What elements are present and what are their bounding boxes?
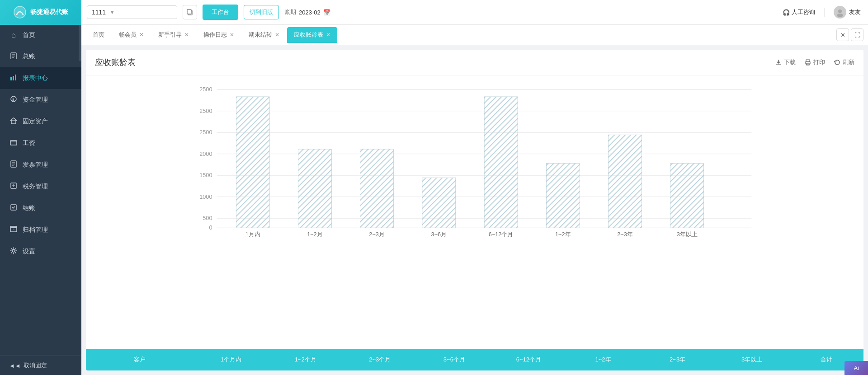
col-6-12m: 6~12个月: [491, 356, 566, 364]
svg-rect-55: [422, 178, 456, 228]
sidebar-item-reports[interactable]: 报表中心: [0, 67, 81, 89]
table-header-bar: 客户 1个月内 1~2个月 2~3个月 3~6个月 6~12个月 1~2年 2~…: [86, 349, 863, 370]
company-selector[interactable]: 1111 ▼: [87, 5, 177, 19]
sidebar-item-home[interactable]: ⌂ 首页: [0, 25, 81, 46]
svg-rect-51: [298, 149, 331, 228]
svg-text:2~3月: 2~3月: [369, 231, 384, 238]
sidebar-item-funds[interactable]: $ 资金管理: [0, 89, 81, 111]
workbench-button[interactable]: 工作台: [203, 5, 238, 20]
home-icon: ⌂: [9, 31, 18, 39]
sidebar-item-checkout[interactable]: 结账: [0, 197, 81, 219]
sidebar-label-funds: 资金管理: [23, 96, 48, 104]
svg-text:2000: 2000: [199, 151, 212, 157]
tab-period-end-close[interactable]: ✕: [275, 32, 279, 38]
tax-icon: [9, 182, 18, 191]
user-area[interactable]: 友友: [834, 6, 861, 19]
sidebar-label-archive: 归档管理: [23, 226, 48, 234]
svg-text:2500: 2500: [199, 108, 212, 114]
page-title: 应收账龄表: [95, 57, 136, 68]
tab-period-end[interactable]: 期末结转 ✕: [242, 27, 286, 43]
sidebar-item-invoice[interactable]: 发票管理: [0, 154, 81, 176]
ai-badge[interactable]: Ai: [844, 361, 868, 375]
content-area: 首页 畅会员 ✕ 新手引导 ✕ 操作日志 ✕ 期末结转 ✕ 应收账龄表 ✕: [81, 25, 868, 375]
svg-rect-9: [10, 77, 12, 80]
sidebar-label-settings: 设置: [23, 248, 35, 256]
period-label: 账期: [284, 8, 296, 16]
sidebar-label-home: 首页: [23, 31, 35, 39]
sidebar-item-archive[interactable]: 归档管理: [0, 219, 81, 241]
ai-badge-label: Ai: [854, 365, 859, 371]
switch-button[interactable]: 切到旧版: [244, 5, 279, 19]
svg-text:2~3年: 2~3年: [617, 231, 632, 238]
sidebar-item-tax[interactable]: 税务管理: [0, 176, 81, 197]
tab-member-close[interactable]: ✕: [139, 32, 144, 38]
print-button[interactable]: 打印: [805, 58, 825, 66]
tab-guide-close[interactable]: ✕: [184, 32, 189, 38]
scroll-indicator: [79, 25, 81, 61]
assets-icon: [9, 117, 18, 126]
consulting-button[interactable]: 🎧 人工咨询: [783, 8, 815, 16]
svg-text:1000: 1000: [199, 194, 212, 200]
svg-rect-49: [236, 97, 269, 228]
col-3-6m: 3~6个月: [417, 356, 492, 364]
svg-rect-2: [187, 9, 191, 14]
logo-text: 畅捷通易代账: [30, 8, 68, 16]
cancel-fixed-label: 取消固定: [24, 361, 47, 370]
sidebar-item-settings[interactable]: 设置: [0, 241, 81, 262]
period-value: 2023-02: [299, 9, 321, 16]
svg-text:3年以上: 3年以上: [677, 231, 698, 238]
page-header: 应收账龄表 下载 打印 刷新: [86, 50, 863, 75]
period-area: 账期 2023-02 📅: [284, 8, 330, 16]
svg-text:$: $: [12, 98, 14, 102]
svg-text:1~2年: 1~2年: [555, 231, 571, 238]
logo-icon: [13, 5, 27, 19]
svg-text:3~6月: 3~6月: [431, 231, 447, 238]
print-icon: [805, 59, 811, 66]
sidebar-item-ledger[interactable]: 总账: [0, 46, 81, 67]
tab-fullscreen-button[interactable]: ⛶: [851, 28, 863, 41]
svg-text:1月内: 1月内: [245, 231, 260, 238]
sidebar-label-ledger: 总账: [23, 52, 35, 61]
salary-icon: [9, 139, 18, 148]
tab-close-all-button[interactable]: ✕: [836, 28, 849, 41]
svg-text:1~2月: 1~2月: [307, 231, 322, 238]
svg-rect-57: [484, 97, 518, 228]
sidebar-item-assets[interactable]: 固定资产: [0, 111, 81, 132]
calendar-icon[interactable]: 📅: [323, 9, 330, 16]
sidebar-label-reports: 报表中心: [23, 74, 48, 82]
tab-oplog-close[interactable]: ✕: [230, 32, 234, 38]
tab-guide[interactable]: 新手引导 ✕: [151, 27, 196, 43]
sidebar-label-tax: 税务管理: [23, 183, 48, 191]
sidebar-label-invoice: 发票管理: [23, 161, 48, 169]
funds-icon: $: [9, 95, 18, 104]
download-label: 下载: [784, 58, 796, 66]
svg-point-4: [837, 14, 843, 17]
tab-aging[interactable]: 应收账龄表 ✕: [287, 27, 337, 43]
print-label: 打印: [813, 58, 825, 66]
tab-aging-close[interactable]: ✕: [326, 32, 330, 38]
tab-home[interactable]: 首页: [86, 27, 111, 43]
tab-member[interactable]: 畅会员 ✕: [112, 27, 151, 43]
page-content: 应收账龄表 下载 打印 刷新: [86, 50, 863, 370]
page-actions: 下载 打印 刷新: [775, 58, 854, 66]
col-1m: 1个月内: [194, 356, 269, 364]
cancel-fixed-button[interactable]: ◄◄ 取消固定: [0, 356, 81, 375]
divider: [824, 8, 825, 17]
refresh-button[interactable]: 刷新: [834, 58, 854, 66]
download-icon: [775, 59, 782, 66]
svg-rect-61: [609, 135, 642, 228]
download-button[interactable]: 下载: [775, 58, 796, 66]
tab-oplog[interactable]: 操作日志 ✕: [197, 27, 241, 43]
sidebar-item-salary[interactable]: 工资: [0, 132, 81, 154]
copy-button[interactable]: [183, 5, 197, 19]
svg-text:1500: 1500: [199, 172, 212, 178]
top-header: 畅捷通易代账 1111 ▼ 工作台 切到旧版 账期 2023-02 📅 🎧 人工…: [0, 0, 868, 25]
reports-icon: [9, 74, 18, 83]
col-3yplus: 3年以上: [715, 356, 789, 364]
refresh-label: 刷新: [843, 58, 854, 66]
dropdown-icon: ▼: [109, 9, 115, 15]
svg-rect-25: [10, 228, 17, 232]
logo-area: 畅捷通易代账: [0, 0, 81, 25]
col-2-3m: 2~3个月: [343, 356, 417, 364]
sidebar-label-salary: 工资: [23, 139, 35, 147]
